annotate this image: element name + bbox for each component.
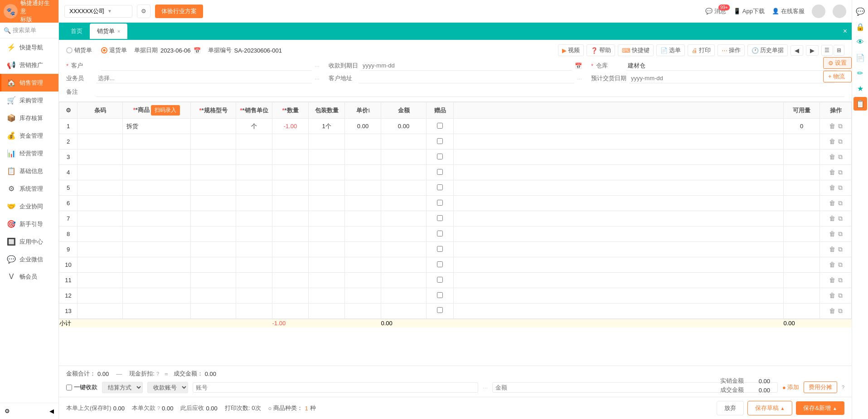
row-barcode[interactable]: [78, 257, 123, 273]
row-unit-price[interactable]: [345, 242, 381, 257]
row-product[interactable]: [123, 303, 191, 319]
right-sidebar-star-icon[interactable]: ★: [853, 82, 867, 95]
payment-checkbox-input[interactable]: [66, 385, 72, 390]
row-unit-price[interactable]: [345, 226, 381, 242]
row-operations[interactable]: 🗑 ⧉: [820, 226, 852, 242]
row-amount[interactable]: [381, 134, 427, 149]
row-unit[interactable]: [236, 211, 272, 226]
row-unit[interactable]: [236, 257, 272, 273]
row-product[interactable]: [123, 134, 191, 149]
copy-row-icon[interactable]: ⧉: [838, 246, 843, 253]
sidebar-item-app-center[interactable]: 🔲 应用中心: [0, 233, 58, 250]
history-button[interactable]: 🕐 历史单据: [747, 44, 788, 56]
copy-row-icon[interactable]: ⧉: [838, 307, 843, 315]
salesperson-input[interactable]: [96, 73, 312, 83]
tab-sales-order[interactable]: 销货单 ×: [90, 24, 127, 39]
row-spec[interactable]: [191, 180, 236, 196]
customer-input[interactable]: [101, 61, 312, 71]
row-qty[interactable]: [272, 180, 309, 196]
row-product[interactable]: [123, 149, 191, 165]
row-product[interactable]: [123, 165, 191, 180]
row-unit[interactable]: [236, 303, 272, 319]
row-spec[interactable]: [191, 211, 236, 226]
row-pkg-qty[interactable]: [309, 303, 345, 319]
layout-list-button[interactable]: ☰: [821, 45, 833, 56]
row-qty[interactable]: -1.00: [272, 119, 309, 134]
row-gift[interactable]: [427, 119, 454, 134]
payment-date-calendar-icon[interactable]: 📅: [575, 63, 582, 69]
delete-row-icon[interactable]: 🗑: [829, 276, 835, 284]
customer-addr-input[interactable]: [359, 73, 574, 83]
row-barcode[interactable]: [78, 119, 123, 134]
row-qty[interactable]: [272, 196, 309, 211]
row-unit-price[interactable]: [345, 165, 381, 180]
view-list-button[interactable]: ◀: [790, 45, 803, 56]
row-barcode[interactable]: [78, 196, 123, 211]
row-barcode[interactable]: [78, 288, 123, 303]
account-input[interactable]: [193, 382, 478, 393]
scan-button[interactable]: 扫码录入: [151, 105, 180, 116]
row-barcode[interactable]: [78, 273, 123, 288]
row-gift[interactable]: [427, 226, 454, 242]
row-pkg-qty[interactable]: [309, 196, 345, 211]
video-button[interactable]: ▶ 视频: [558, 44, 584, 56]
copy-row-icon[interactable]: ⧉: [838, 122, 843, 130]
delete-row-icon[interactable]: 🗑: [829, 292, 835, 299]
sidebar-item-wechat[interactable]: 💬 企业微信: [0, 250, 58, 268]
th-settings[interactable]: ⚙: [59, 102, 78, 119]
row-operations[interactable]: 🗑 ⧉: [820, 149, 852, 165]
row-pkg-qty[interactable]: [309, 211, 345, 226]
row-gift[interactable]: [427, 257, 454, 273]
row-unit-price[interactable]: [345, 303, 381, 319]
one-click-payment-checkbox[interactable]: 一键收款: [66, 383, 97, 391]
row-spec[interactable]: [191, 242, 236, 257]
row-unit[interactable]: [236, 273, 272, 288]
row-operations[interactable]: 🗑 ⧉: [820, 134, 852, 149]
row-barcode[interactable]: [78, 242, 123, 257]
row-unit[interactable]: [236, 226, 272, 242]
settings-gear-button[interactable]: ⚙: [137, 5, 150, 18]
tab-bar-close-icon[interactable]: ×: [843, 27, 847, 35]
avatar[interactable]: [812, 5, 825, 18]
row-gift[interactable]: [427, 288, 454, 303]
app-download-button[interactable]: 📱 App下载: [733, 7, 765, 15]
row-qty[interactable]: [272, 242, 309, 257]
row-operations[interactable]: 🗑 ⧉: [820, 119, 852, 134]
row-pkg-qty[interactable]: [309, 257, 345, 273]
row-operations[interactable]: 🗑 ⧉: [820, 303, 852, 319]
copy-row-icon[interactable]: ⧉: [838, 215, 843, 222]
row-gift[interactable]: [427, 303, 454, 319]
sidebar-item-guide[interactable]: 🎯 新手引导: [0, 215, 58, 233]
row-pkg-qty[interactable]: [309, 149, 345, 165]
row-qty[interactable]: [272, 303, 309, 319]
row-spec[interactable]: [191, 257, 236, 273]
copy-row-icon[interactable]: ⧉: [838, 169, 843, 176]
row-barcode[interactable]: [78, 303, 123, 319]
row-product[interactable]: [123, 211, 191, 226]
calendar-icon[interactable]: 📅: [194, 47, 201, 54]
tab-home[interactable]: 首页: [63, 24, 90, 39]
row-pkg-qty[interactable]: [309, 273, 345, 288]
row-operations[interactable]: 🗑 ⧉: [820, 180, 852, 196]
row-amount[interactable]: [381, 196, 427, 211]
row-amount[interactable]: [381, 257, 427, 273]
sidebar-item-enterprise[interactable]: 🤝 企业协同: [0, 197, 58, 215]
delete-row-icon[interactable]: 🗑: [829, 153, 835, 161]
row-amount[interactable]: [381, 273, 427, 288]
select-button[interactable]: 📄 选单: [656, 44, 685, 56]
row-operations[interactable]: 🗑 ⧉: [820, 242, 852, 257]
row-operations[interactable]: 🗑 ⧉: [820, 288, 852, 303]
row-product[interactable]: [123, 242, 191, 257]
copy-row-icon[interactable]: ⧉: [838, 153, 843, 161]
tab-close-icon[interactable]: ×: [117, 29, 120, 34]
row-barcode[interactable]: [78, 165, 123, 180]
row-unit[interactable]: [236, 149, 272, 165]
sidebar-item-sales[interactable]: 🏠 销售管理: [0, 74, 58, 92]
row-product[interactable]: [123, 273, 191, 288]
help-button[interactable]: ❓ 帮助: [587, 44, 615, 56]
sidebar-item-quick-nav[interactable]: ⚡ 快捷导航: [0, 39, 58, 56]
row-operations[interactable]: 🗑 ⧉: [820, 257, 852, 273]
right-sidebar-lock-icon[interactable]: 🔒: [853, 20, 867, 34]
row-unit-price[interactable]: [345, 257, 381, 273]
delete-row-icon[interactable]: 🗑: [829, 230, 835, 238]
